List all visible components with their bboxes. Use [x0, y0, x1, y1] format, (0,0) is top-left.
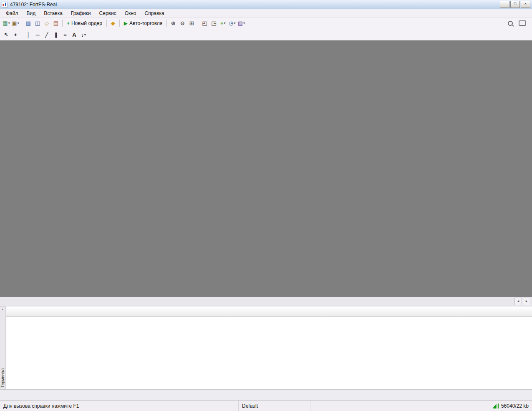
- equidistant-channel-icon[interactable]: ∥: [52, 30, 60, 39]
- toolbar-separator: [22, 31, 22, 38]
- menu-bar: ФайлВидВставкаГрафикиСервисОкноСправка: [0, 9, 532, 18]
- terminal-tabs: [0, 389, 532, 400]
- periods-icon-glyph: ◷: [229, 20, 233, 26]
- cursor-icon-glyph: ↖: [4, 32, 9, 38]
- status-help-text: Для вызова справки нажмите F1: [0, 401, 239, 411]
- fibonacci-icon[interactable]: ≡: [61, 30, 69, 39]
- autotrading-button[interactable]: ▶Авто-торговля: [121, 20, 165, 27]
- new-chart-icon[interactable]: ▦▾: [2, 19, 10, 28]
- chat-icon[interactable]: [519, 20, 526, 26]
- menu-item-5[interactable]: Окно: [121, 10, 141, 17]
- zoom-in-icon[interactable]: ⊕: [169, 19, 177, 28]
- terminal-panel-icon-glyph: ▤: [53, 20, 58, 26]
- status-profile[interactable]: Default: [239, 401, 310, 411]
- toolbar-separator: [62, 20, 63, 27]
- cursor-icon[interactable]: ↖: [2, 30, 10, 39]
- indicators-icon[interactable]: +▾: [219, 19, 227, 28]
- window-maximize-button[interactable]: □: [510, 1, 520, 8]
- status-bar: Для вызова справки нажмите F1 Default 56…: [0, 400, 532, 411]
- history-table-header: [5, 308, 532, 317]
- navigator-icon-glyph: ◇: [45, 20, 49, 26]
- trendline-icon[interactable]: ╱: [43, 30, 51, 39]
- cascade-windows-icon-glyph: ◰: [202, 20, 207, 26]
- toolbar-separator: [22, 20, 22, 27]
- horizontal-line-icon-glyph: ─: [35, 32, 39, 38]
- dropdown-arrow-icon: ▾: [243, 21, 245, 25]
- zoom-out-icon-glyph: ⊖: [180, 20, 185, 26]
- vertical-line-icon[interactable]: │: [24, 30, 33, 39]
- menu-item-6[interactable]: Справка: [141, 10, 169, 17]
- search-icon[interactable]: [508, 21, 513, 26]
- equidistant-channel-icon-glyph: ∥: [55, 32, 58, 38]
- menu-item-0[interactable]: Файл: [2, 10, 23, 17]
- terminal-panel-icon[interactable]: ▤: [52, 19, 60, 28]
- data-window-icon-glyph: ◫: [35, 20, 40, 26]
- fibonacci-icon-glyph: ≡: [63, 32, 67, 38]
- mdi-area: [0, 40, 532, 297]
- chart-tab-scrolls: ◂ ▸: [514, 298, 530, 305]
- dropdown-arrow-icon: ▾: [18, 21, 19, 25]
- tab-scroll-left-icon[interactable]: ◂: [514, 298, 522, 305]
- dropdown-arrow-icon: ▾: [8, 21, 10, 25]
- zoom-out-icon[interactable]: ⊖: [178, 19, 187, 28]
- toolbar-right-icons: [508, 20, 526, 26]
- arrows-icon-glyph: ↓: [81, 32, 84, 38]
- window-close-button[interactable]: ×: [521, 1, 530, 8]
- periods-icon[interactable]: ◷▾: [228, 19, 236, 28]
- toolbar-separator: [106, 20, 107, 27]
- dropdown-arrow-icon: ▾: [234, 21, 235, 25]
- toolbar-separator: [119, 20, 120, 27]
- dropdown-arrow-icon: ▾: [224, 21, 226, 25]
- new-order-button-label: Новый ордер: [71, 20, 102, 26]
- vertical-line-icon-glyph: │: [27, 32, 30, 38]
- toolbar-separator: [90, 31, 90, 38]
- terminal-close-icon[interactable]: ×: [0, 308, 5, 312]
- terminal-side-label: Терминал: [0, 368, 5, 388]
- new-order-button[interactable]: +Новый ордер: [64, 20, 105, 27]
- metaeditor-icon-glyph: ◆: [111, 20, 115, 26]
- tile-windows-icon-glyph: ⊞: [189, 20, 194, 26]
- horizontal-line-icon[interactable]: ─: [33, 30, 42, 39]
- toolbar-separator: [166, 20, 167, 27]
- profiles-icon[interactable]: ▣▾: [11, 19, 20, 28]
- chart-tabsbar: ◂ ▸: [0, 297, 532, 306]
- market-watch-icon-glyph: ▥: [26, 20, 31, 26]
- indicators-icon-glyph: +: [220, 20, 224, 26]
- menu-item-1[interactable]: Вид: [23, 10, 40, 17]
- status-traffic: 56040/22 kb: [489, 401, 532, 411]
- arrows-icon[interactable]: ↓▾: [79, 30, 88, 39]
- menu-item-2[interactable]: Вставка: [40, 10, 67, 17]
- new-order-icon: +: [67, 20, 70, 26]
- profiles-icon-glyph: ▣: [12, 20, 17, 26]
- window-minimize-button[interactable]: –: [500, 1, 509, 8]
- window-title: 479102: FortFS-Real: [10, 2, 499, 8]
- toolbar-main: ▦▾▣▾▥◫◇▤+Новый ордер◆▶Авто-торговля⊕⊖⊞◰◳…: [0, 18, 532, 29]
- history-table: [5, 308, 532, 317]
- tile-windows-icon[interactable]: ⊞: [187, 19, 196, 28]
- arrange-windows-icon-glyph: ◳: [211, 20, 216, 26]
- tab-scroll-right-icon[interactable]: ▸: [523, 298, 530, 305]
- menu-item-3[interactable]: Графики: [67, 10, 95, 17]
- toolbar-separator: [198, 20, 198, 27]
- app-icon: [2, 2, 8, 8]
- zoom-in-icon-glyph: ⊕: [171, 20, 176, 26]
- metaeditor-icon[interactable]: ◆: [109, 19, 117, 28]
- terminal-side-strip: × Терминал: [0, 306, 6, 389]
- app-titlebar[interactable]: 479102: FortFS-Real – □ ×: [0, 0, 532, 9]
- toolbar-tools: ↖+│─╱∥≡A↓▾: [0, 29, 532, 40]
- market-watch-icon[interactable]: ▥: [24, 19, 33, 28]
- new-chart-icon-glyph: ▦: [3, 20, 8, 26]
- cascade-windows-icon[interactable]: ◰: [200, 19, 209, 28]
- text-label-icon[interactable]: A: [70, 30, 78, 39]
- templates-icon[interactable]: ▨▾: [237, 19, 245, 28]
- crosshair-icon[interactable]: +: [11, 30, 20, 39]
- text-label-icon-glyph: A: [72, 32, 76, 38]
- templates-icon-glyph: ▨: [238, 20, 243, 26]
- autotrading-button-label: Авто-торговля: [129, 20, 162, 26]
- data-window-icon[interactable]: ◫: [33, 19, 42, 28]
- traffic-counter: 56040/22 kb: [501, 403, 529, 409]
- menu-item-4[interactable]: Сервис: [95, 10, 121, 17]
- arrange-windows-icon[interactable]: ◳: [209, 19, 218, 28]
- navigator-icon[interactable]: ◇: [43, 19, 51, 28]
- crosshair-icon-glyph: +: [14, 32, 17, 38]
